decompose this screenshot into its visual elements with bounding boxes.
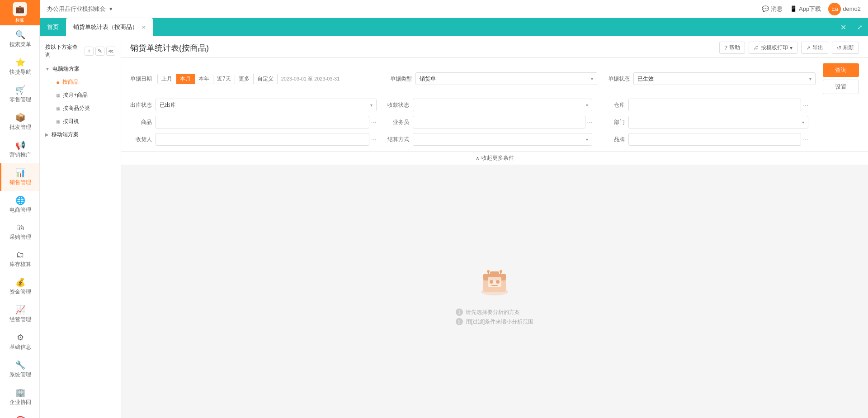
bill-date-label: 单据日期 — [130, 75, 152, 83]
print-btn[interactable]: 🖨 按模板打印 ▾ — [749, 42, 797, 54]
department-label: 部门 — [603, 119, 625, 126]
out-status-field: 出库状态 已出库 ▾ — [130, 99, 377, 111]
workspace-dropdown-icon[interactable]: ▾ — [109, 5, 113, 12]
department-field: 部门 ▾ — [603, 116, 808, 128]
logo-icon: 💼 — [13, 2, 27, 16]
warehouse-dots[interactable]: ··· — [803, 101, 808, 109]
settlement-field: 结算方式 ▾ — [387, 133, 593, 146]
message-btn[interactable]: 💬 消息 — [762, 5, 783, 13]
sidebar-item-basic[interactable]: ⚙ 基础信息 — [0, 328, 39, 356]
sidebar-item-finance[interactable]: 💰 资金管理 — [0, 273, 39, 300]
workspace-selector[interactable]: 办公用品行业模拟账套 ▾ — [47, 5, 113, 13]
bill-type-label: 单据类型 — [390, 75, 412, 83]
sidebar-item-wholesale[interactable]: 📦 批发管理 — [0, 108, 39, 136]
tab-close-window-icon[interactable]: ✕ — [835, 23, 852, 32]
marketing-icon: 📢 — [15, 140, 25, 150]
tree-item-by-category[interactable]: ▦ 按商品分类 — [47, 102, 121, 115]
sidebar-item-enterprise[interactable]: 🏢 企业协同 — [0, 383, 39, 411]
brand-dots[interactable]: ··· — [803, 136, 808, 143]
brand-input[interactable] — [628, 133, 801, 146]
app-download-btn[interactable]: 📱 App下载 — [790, 5, 821, 13]
page-title-bar: 销货单统计表(按商品) ? 帮助 🖨 按模板打印 ▾ ↗ 导出 — [121, 36, 868, 58]
sidebar-item-purchase[interactable]: 🛍 采购管理 — [0, 218, 39, 246]
filter-row-1: 单据日期 上月 本月 本年 近7天 更多 自定义 2023-03-01 至 20… — [130, 63, 859, 94]
step-2-icon: 2 — [456, 318, 463, 325]
add-scheme-btn[interactable]: + — [85, 47, 94, 56]
sidebar-item-search[interactable]: 🔍 搜索菜单 — [0, 25, 39, 53]
sidebar-item-label: 资金管理 — [9, 288, 31, 296]
out-status-label: 出库状态 — [130, 101, 152, 109]
sidebar-item-operation[interactable]: 📈 经营管理 — [0, 300, 39, 328]
settings-btn[interactable]: 设置 — [823, 80, 859, 94]
empty-hints: 1 请先选择要分析的方案 2 用[过滤]条件来缩小分析范围 — [456, 309, 534, 326]
sales-icon: 📊 — [15, 168, 25, 178]
tab-maximize-icon[interactable]: ⤢ — [852, 24, 868, 31]
date-btn-last-month[interactable]: 上月 — [157, 74, 176, 84]
product-dots[interactable]: ··· — [371, 119, 377, 126]
tree-item-by-month-product[interactable]: ▦ 按月+商品 — [47, 89, 121, 102]
date-btn-this-year[interactable]: 本年 — [195, 74, 213, 84]
filter-row-2: 出库状态 已出库 ▾ 收款状态 ▾ 仓库 — [130, 99, 859, 111]
app-logo[interactable]: 💼 标账 — [0, 0, 40, 25]
collapse-scheme-btn[interactable]: ≪ — [106, 47, 115, 56]
empty-illustration — [472, 258, 517, 303]
collapse-label: 收起更多条件 — [481, 154, 514, 162]
sidebar-item-system[interactable]: 🔧 系统管理 — [0, 356, 39, 383]
settlement-label: 结算方式 — [387, 136, 409, 143]
svg-rect-7 — [491, 285, 498, 286]
bill-type-select[interactable]: 销货单 ▾ — [415, 72, 598, 85]
user-menu[interactable]: Ea demo2 — [828, 3, 861, 15]
warehouse-input[interactable] — [628, 99, 801, 111]
tree-mobile-parent[interactable]: ▶ 移动端方案 — [40, 128, 121, 141]
sidebar-item-inventory[interactable]: 🗂 库存核算 — [0, 246, 39, 273]
receiver-dots[interactable]: ··· — [371, 136, 377, 143]
top-header: 办公用品行业模拟账套 ▾ 💬 消息 📱 App下载 Ea demo2 — [40, 0, 868, 18]
export-btn[interactable]: ↗ 导出 — [801, 42, 828, 54]
product-field: 商品 ··· — [130, 116, 377, 128]
receipt-status-select[interactable]: ▾ — [413, 99, 593, 111]
tab-bar: 首页 销货单统计表（按商品） ✕ ✕ ⤢ — [40, 18, 868, 36]
department-select[interactable]: ▾ — [628, 116, 808, 128]
tree-item-by-cashier[interactable]: ▦ 按司机 — [47, 115, 121, 128]
tree-item-icon: ▦ — [56, 106, 60, 111]
collapse-bar[interactable]: ∧ 收起更多条件 — [121, 152, 868, 165]
sidebar-item-marketing[interactable]: 📢 营销推广 — [0, 136, 39, 163]
sidebar-item-quicknav[interactable]: ⭐ 快捷导航 — [0, 53, 39, 81]
search-btn[interactable]: 查询 — [823, 63, 859, 77]
tree-pc-parent[interactable]: ▼ 电脑端方案 — [40, 62, 121, 76]
tree-item-icon: ▦ — [56, 119, 60, 124]
settlement-select[interactable]: ▾ — [413, 133, 593, 146]
search-btn-group: 查询 设置 — [823, 63, 859, 94]
tab-home[interactable]: 首页 — [40, 18, 66, 36]
tree-item-by-product[interactable]: ● 按商品 — [47, 76, 121, 89]
sidebar-item-label: 企业协同 — [9, 399, 31, 406]
operation-icon: 📈 — [15, 305, 25, 315]
date-btn-custom[interactable]: 自定义 — [254, 74, 278, 84]
sidebar-nav: 🔍 搜索菜单 ⭐ 快捷导航 🛒 零售管理 📦 批发管理 📢 营销推广 📊 销售管… — [0, 25, 39, 418]
bill-status-select[interactable]: 已生效 ▾ — [633, 72, 816, 85]
print-label: 按模板打印 — [761, 44, 788, 52]
tab-sales-stats[interactable]: 销货单统计表（按商品） ✕ — [66, 18, 153, 36]
date-btn-more[interactable]: 更多 — [235, 74, 254, 84]
print-icon: 🖨 — [754, 45, 759, 51]
edit-scheme-btn[interactable]: ✎ — [95, 47, 104, 56]
date-btn-7days[interactable]: 近7天 — [213, 74, 235, 84]
tab-close-icon[interactable]: ✕ — [142, 24, 146, 30]
sidebar-item-retail[interactable]: 🛒 零售管理 — [0, 81, 39, 108]
search-icon: 🔍 — [15, 30, 25, 40]
help-btn[interactable]: ? 帮助 — [719, 42, 745, 54]
product-input[interactable] — [156, 116, 369, 128]
filter-form: 单据日期 上月 本月 本年 近7天 更多 自定义 2023-03-01 至 20… — [121, 58, 868, 152]
salesperson-input[interactable] — [413, 116, 585, 128]
brand-label: 品牌 — [603, 136, 625, 143]
settlement-dropdown-icon: ▾ — [586, 137, 588, 142]
sidebar-item-label: 搜索菜单 — [9, 41, 31, 48]
out-status-select[interactable]: 已出库 ▾ — [156, 99, 377, 111]
receiver-input[interactable] — [156, 133, 369, 146]
salesperson-dots[interactable]: ··· — [587, 119, 593, 126]
sidebar-item-sales[interactable]: 📊 销售管理 — [0, 163, 39, 191]
refresh-btn[interactable]: ↺ 刷新 — [832, 42, 859, 54]
sidebar-item-ecommerce[interactable]: 🌐 电商管理 — [0, 191, 39, 218]
date-btn-this-month[interactable]: 本月 — [176, 74, 195, 84]
sidebar-item-newbie[interactable]: 🎯 新手引导 — [0, 411, 39, 418]
